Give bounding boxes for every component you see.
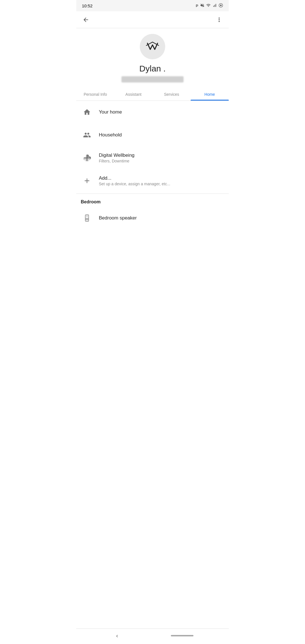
fan-icon xyxy=(81,152,93,164)
signal-icon xyxy=(212,3,217,8)
digital-wellbeing-title: Digital Wellbeing xyxy=(99,153,134,158)
more-options-button[interactable] xyxy=(214,15,224,25)
plus-icon xyxy=(81,175,93,187)
people-icon xyxy=(81,129,93,141)
your-home-title: Your home xyxy=(99,109,122,115)
wifi-icon xyxy=(206,3,211,8)
home-icon xyxy=(81,106,93,118)
bottom-bar: ‹ xyxy=(76,628,229,644)
profile-email-blur xyxy=(121,76,184,82)
list-item-add[interactable]: Add... Set up a device, assign a manager… xyxy=(76,169,229,192)
bedroom-section: Bedroom Bedroom speaker xyxy=(76,195,229,230)
status-icons: P xyxy=(196,3,223,8)
status-time: 10:52 xyxy=(82,3,93,8)
mute-icon xyxy=(200,3,204,8)
nav-back-button[interactable]: ‹ xyxy=(112,631,123,641)
svg-point-1 xyxy=(220,5,221,6)
household-title: Household xyxy=(99,132,122,138)
target-icon xyxy=(219,3,223,8)
status-bar: 10:52 P xyxy=(76,0,229,11)
list-item-your-home[interactable]: Your home xyxy=(76,101,229,124)
svg-point-6 xyxy=(86,157,88,159)
section-divider xyxy=(76,193,229,194)
tab-home[interactable]: Home xyxy=(191,88,229,101)
tab-services[interactable]: Services xyxy=(152,88,191,101)
digital-wellbeing-subtitle: Filters, Downtime xyxy=(99,159,134,163)
list-item-bedroom-speaker[interactable]: Bedroom speaker xyxy=(76,207,229,230)
bedroom-speaker-title: Bedroom speaker xyxy=(99,215,137,221)
svg-point-9 xyxy=(87,219,87,219)
avatar xyxy=(140,34,165,59)
top-bar xyxy=(76,11,229,28)
bedroom-section-header: Bedroom xyxy=(76,195,229,207)
add-title: Add... xyxy=(99,175,170,181)
profile-name: Dylan . xyxy=(139,64,165,73)
p-icon: P xyxy=(196,4,198,8)
list-item-digital-wellbeing[interactable]: Digital Wellbeing Filters, Downtime xyxy=(76,147,229,169)
speaker-icon xyxy=(81,212,93,224)
home-list-section: Your home Household xyxy=(76,101,229,192)
back-button[interactable] xyxy=(81,15,91,25)
tabs: Personal Info Assistant Services Home xyxy=(76,88,229,101)
svg-point-10 xyxy=(86,216,88,217)
list-item-household[interactable]: Household xyxy=(76,124,229,147)
avatar-logo xyxy=(145,39,160,54)
tab-assistant[interactable]: Assistant xyxy=(114,88,152,101)
home-indicator xyxy=(171,635,193,636)
tab-personal-info[interactable]: Personal Info xyxy=(76,88,114,101)
profile-section: Dylan . xyxy=(76,28,229,87)
add-subtitle: Set up a device, assign a manager, etc..… xyxy=(99,182,170,186)
